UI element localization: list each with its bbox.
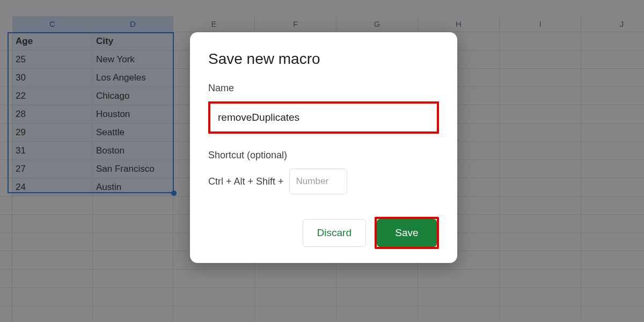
shortcut-row: Ctrl + Alt + Shift + xyxy=(208,169,439,194)
dialog-button-row: Discard Save xyxy=(208,217,439,249)
name-field-highlight xyxy=(208,101,439,134)
save-macro-dialog: Save new macro Name Shortcut (optional) … xyxy=(190,32,457,263)
shortcut-number-input[interactable] xyxy=(289,169,347,194)
name-label: Name xyxy=(208,83,439,94)
save-button[interactable]: Save xyxy=(377,219,437,247)
dialog-title: Save new macro xyxy=(208,50,439,68)
discard-button[interactable]: Discard xyxy=(303,219,366,247)
save-button-highlight: Save xyxy=(375,217,439,249)
shortcut-prefix-text: Ctrl + Alt + Shift + xyxy=(208,176,284,187)
shortcut-label: Shortcut (optional) xyxy=(208,150,439,161)
macro-name-input[interactable] xyxy=(210,104,437,131)
